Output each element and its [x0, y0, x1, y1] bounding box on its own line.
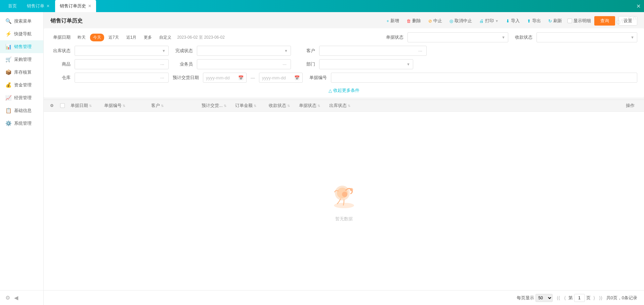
sidebar-item-purchase[interactable]: 🛒 采购管理 [0, 53, 43, 66]
refresh-button[interactable]: ↻ 刷新 [546, 16, 564, 25]
add-button[interactable]: + 新增 [385, 16, 401, 25]
stop-button[interactable]: ⊘ 中止 [426, 16, 444, 25]
date-btn-yesterday[interactable]: 昨天 [75, 34, 89, 41]
sidebar-item-sales[interactable]: 📊 销售管理 [0, 40, 43, 53]
product-field[interactable]: ··· [75, 59, 169, 69]
sidebar-item-purchase-label: 采购管理 [14, 56, 32, 63]
display-toggle-checkbox[interactable] [567, 18, 572, 23]
sort-bill-icon: ⇅ [317, 104, 320, 108]
date-range-field: 昨天 今天 近7天 近1月 更多 自定义 2023-06-02 至 2023-0… [75, 34, 379, 41]
sidebar-item-search[interactable]: 🔍 搜索菜单 [0, 15, 43, 28]
delivery-date-end[interactable]: yyyy-mm-dd 📅 [259, 73, 303, 83]
date-btn-1month[interactable]: 近1月 [123, 34, 140, 41]
th-checkbox[interactable] [57, 103, 68, 108]
settings-button[interactable]: 设置 [618, 16, 637, 26]
th-amount-label: 订单金额 [235, 103, 253, 109]
quick-nav-icon: ⚡ [5, 31, 11, 37]
th-receipt[interactable]: 收款状态 ⇅ [266, 103, 296, 109]
customer-label: 客户 [295, 48, 315, 54]
svg-point-4 [350, 188, 353, 191]
sidebar-item-basic-info[interactable]: 📋 基础信息 [0, 104, 43, 117]
th-outbound[interactable]: 出库状态 ⇅ [327, 103, 357, 109]
tab-sales-order-history-close[interactable]: ✕ [88, 4, 91, 8]
page-size-selector: 每页显示 20 50 100 [517, 294, 553, 302]
receipt-status-select[interactable]: ▼ [536, 32, 637, 42]
sort-date-icon: ⇅ [89, 104, 92, 108]
table-container: ⚙ 单据日期 ⇅ 单据编号 ⇅ 客户 ⇅ 预计交货... [44, 100, 644, 290]
sidebar-item-inventory[interactable]: 📦 库存核算 [0, 66, 43, 79]
page-first-button[interactable]: ⟨⟨ [555, 295, 561, 301]
page-prev-button[interactable]: ⟨ [563, 295, 567, 301]
page-label-before: 第 [568, 295, 573, 301]
th-number-label: 单据编号 [104, 103, 122, 109]
page-nav: ⟨⟨ ⟨ 第 1 页 ⟩ ⟩⟩ [555, 294, 604, 302]
import-button[interactable]: ⬇ 导入 [504, 16, 522, 25]
page-number-input[interactable]: 1 [574, 294, 585, 302]
date-btn-more[interactable]: 更多 [141, 34, 155, 41]
page-header: 销售订单历史 + 新增 🗑 删除 ⊘ 中止 ◎ 取消中止 [44, 12, 644, 28]
date-btn-7days[interactable]: 近7天 [105, 34, 122, 41]
salesperson-field[interactable]: ··· [197, 59, 291, 69]
th-amount[interactable]: 订单金额 ⇅ [232, 103, 266, 109]
display-toggle[interactable]: 显示明细 [567, 18, 591, 24]
top-bar-right: ✕ [636, 3, 641, 9]
sidebar-settings-icon[interactable]: ⚙ [5, 295, 10, 301]
header-checkbox[interactable] [60, 103, 65, 108]
tab-sales-order[interactable]: 销售订单 ✕ [22, 0, 54, 12]
bill-number-label: 单据编号 [307, 75, 327, 81]
export-button[interactable]: ⬆ 导出 [525, 16, 543, 25]
sidebar-item-basic-info-label: 基础信息 [14, 108, 32, 114]
salesperson-dots-icon[interactable]: ··· [281, 62, 288, 67]
bill-number-input[interactable] [331, 73, 637, 83]
date-btn-today[interactable]: 今天 [90, 34, 104, 41]
date-buttons: 昨天 今天 近7天 近1月 更多 自定义 [75, 34, 174, 41]
th-customer[interactable]: 客户 ⇅ [148, 103, 199, 109]
department-field[interactable]: ▼ [319, 59, 413, 69]
page-next-button[interactable]: ⟩ [592, 295, 596, 301]
stop-icon: ⊘ [428, 18, 432, 24]
customer-field[interactable]: ··· [319, 46, 427, 56]
collapse-up-icon: △ [329, 88, 332, 93]
collapse-button[interactable]: △ 收起更多条件 [50, 86, 637, 93]
customer-dots-icon[interactable]: ··· [417, 48, 424, 53]
delivery-date-start[interactable]: yyyy-mm-dd 📅 [203, 73, 247, 83]
th-delivery[interactable]: 预计交货... ⇅ [199, 103, 232, 109]
product-dots-icon[interactable]: ··· [159, 62, 166, 67]
receipt-status-label: 收款状态 [512, 34, 532, 40]
th-date[interactable]: 单据日期 ⇅ [68, 103, 101, 109]
cancel-stop-icon: ◎ [449, 18, 453, 24]
filter-row-1: 单据日期 昨天 今天 近7天 近1月 更多 自定义 2023-06-02 至 2… [50, 32, 637, 42]
sidebar-collapse-icon[interactable]: ◀ [14, 295, 18, 301]
refresh-icon: ↻ [548, 18, 552, 24]
sort-receipt-icon: ⇅ [287, 104, 290, 108]
th-settings[interactable]: ⚙ [46, 103, 57, 108]
page-last-button[interactable]: ⟩⟩ [598, 295, 604, 301]
cancel-stop-button[interactable]: ◎ 取消中止 [447, 16, 474, 25]
outbound-status-select[interactable]: ▼ [75, 46, 169, 56]
window-close-icon[interactable]: ✕ [636, 3, 641, 9]
print-button[interactable]: 🖨 打印 ▼ [477, 16, 501, 25]
sidebar-item-management[interactable]: 📈 经营管理 [0, 91, 43, 104]
delete-button[interactable]: 🗑 删除 [404, 16, 423, 25]
tab-home[interactable]: 首页 [3, 0, 22, 12]
warehouse-dots-icon[interactable]: ··· [159, 75, 166, 80]
th-number[interactable]: 单据编号 ⇅ [101, 103, 148, 109]
warehouse-field[interactable]: ··· [75, 73, 169, 83]
outbound-status-label: 出库状态 [50, 48, 71, 54]
delete-icon: 🗑 [406, 18, 411, 24]
complete-status-select[interactable]: ▼ [197, 46, 291, 56]
th-receipt-label: 收款状态 [269, 103, 286, 109]
date-btn-custom[interactable]: 自定义 [156, 34, 174, 41]
th-bill-status[interactable]: 单据状态 ⇅ [296, 103, 327, 109]
sidebar-item-system[interactable]: ⚙️ 系统管理 [0, 117, 43, 130]
tab-sales-order-history[interactable]: 销售订单历史 ✕ [55, 0, 96, 12]
sidebar-item-finance[interactable]: 💰 资金管理 [0, 79, 43, 91]
sidebar-item-quick-nav[interactable]: ⚡ 快捷导航 [0, 28, 43, 40]
bill-status-select[interactable]: ▼ [407, 32, 508, 42]
basic-info-icon: 📋 [5, 108, 11, 114]
tab-sales-order-close[interactable]: ✕ [46, 4, 50, 8]
query-button[interactable]: 查询 [594, 16, 615, 26]
sort-outbound-icon: ⇅ [348, 104, 350, 108]
filter-row-3: 商品 ··· 业务员 ··· 部门 ▼ [50, 59, 637, 69]
page-size-select[interactable]: 20 50 100 [535, 294, 553, 302]
